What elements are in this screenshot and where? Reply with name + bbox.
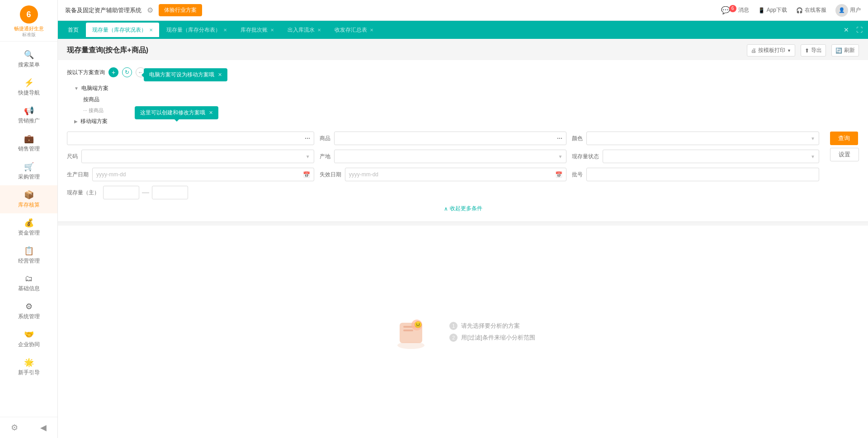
sidebar-item-marketing[interactable]: 📢 营销推广 — [0, 101, 57, 129]
sidebar-item-sales[interactable]: 💼 销售管理 — [0, 129, 57, 157]
filter-scheme-row: 按以下方案查询 + ↻ ← 电脑方案可设为移动方案哦 ✕ — [67, 67, 859, 77]
messages-btn[interactable]: 💬 6 消息 — [721, 6, 749, 14]
size-arrow-icon: ▼ — [306, 154, 310, 159]
refresh-btn[interactable]: 🔄 刷新 — [831, 44, 859, 57]
add-scheme-btn[interactable]: + — [108, 67, 118, 77]
collapse-conditions-btn[interactable]: ∧ 收起更多条件 — [67, 201, 859, 214]
chevron-down-icon: ▼ — [787, 48, 791, 53]
sidebar-item-label-quick-nav: 快捷导航 — [18, 89, 40, 97]
svg-text:😐: 😐 — [414, 321, 422, 329]
pc-scheme-group[interactable]: ▼ 电脑端方案 — [71, 83, 859, 94]
batch-label: 批号 — [572, 171, 583, 179]
finance-icon: 💰 — [24, 218, 34, 228]
export-icon: ⬆ — [805, 47, 809, 54]
prod-date-placeholder: yyyy-mm-dd — [96, 171, 126, 178]
tab-home[interactable]: 首页 — [61, 23, 85, 37]
chevron-up-icon: ∧ — [444, 206, 448, 212]
sidebar-collapse-icon[interactable]: ◀ — [40, 423, 47, 433]
sidebar-item-quick-nav[interactable]: ⚡ 快捷导航 — [0, 73, 57, 101]
inventory-main-from[interactable] — [103, 186, 139, 199]
filter-row-4: 现存量（主） — — [67, 186, 819, 199]
goods-select[interactable]: ⋯ — [334, 132, 567, 145]
sidebar-item-purchase[interactable]: 🛒 采购管理 — [0, 157, 57, 185]
origin-select[interactable]: ▼ — [334, 150, 567, 163]
guide-icon: 🌟 — [24, 358, 34, 367]
inventory-main-label: 现存量（主） — [67, 189, 99, 197]
warehouse-select[interactable]: ⋯ — [67, 132, 314, 145]
tooltip1-close[interactable]: ✕ — [218, 72, 222, 78]
size-select[interactable]: ▼ — [81, 150, 314, 163]
pc-scheme-label: 电脑端方案 — [81, 85, 108, 92]
scheme-tree-container: ▼ 电脑端方案 按商品 ··· 接商品 ▶ 移动端方案 — [67, 83, 859, 127]
sidebar-item-enterprise[interactable]: 🤝 企业协同 — [0, 325, 57, 353]
inventory-status-select[interactable]: ▼ — [603, 150, 819, 163]
sidebar-item-system[interactable]: ⚙ 系统管理 — [0, 297, 57, 325]
sidebar-item-label-sales: 销售管理 — [18, 145, 40, 153]
refresh-scheme-btn[interactable]: ↻ — [122, 67, 132, 77]
sidebar-item-finance[interactable]: 💰 资金管理 — [0, 213, 57, 241]
scheme-tree: ▼ 电脑端方案 按商品 ··· 接商品 ▶ 移动端方案 — [71, 83, 859, 127]
filter-goods: 商品 ⋯ — [320, 132, 567, 145]
tab-batch-ledger[interactable]: 库存批次账 ✕ — [234, 23, 280, 37]
size-label: 尺码 — [67, 153, 78, 160]
prod-date-label: 生产日期 — [67, 171, 89, 179]
app-download-btn[interactable]: 📱 App下载 — [758, 6, 787, 14]
tab-batch-ledger-close[interactable]: ✕ — [270, 28, 274, 33]
search-button[interactable]: 查询 — [830, 132, 858, 145]
search-icon: 🔍 — [24, 50, 34, 60]
fullscreen-icon[interactable]: ⛶ — [854, 24, 864, 35]
online-support-btn[interactable]: 🎧 在线客服 — [796, 6, 826, 14]
tab-inventory-status[interactable]: 现存量（库存状况表） ✕ — [86, 23, 159, 37]
sidebar-item-operations[interactable]: 📋 经营管理 — [0, 241, 57, 269]
pc-scheme-goods-label: 按商品 — [83, 96, 99, 104]
inventory-main-to[interactable] — [152, 186, 188, 199]
range-separator: — — [142, 188, 149, 197]
sidebar-item-label-guide: 新手引导 — [18, 369, 40, 377]
sidebar-item-search[interactable]: 🔍 搜索菜单 — [0, 45, 57, 73]
origin-arrow-icon: ▼ — [558, 154, 562, 159]
base-icon: 🗂 — [25, 274, 33, 283]
filter-prod-date: 生产日期 yyyy-mm-dd 📅 — [67, 168, 314, 181]
empty-illustration: 😐 — [391, 311, 431, 352]
expire-date-input[interactable]: yyyy-mm-dd 📅 — [345, 168, 567, 181]
experience-button[interactable]: 体验行业方案 — [159, 4, 202, 16]
sidebar-settings-icon[interactable]: ⚙ — [11, 423, 18, 433]
svg-rect-3 — [403, 330, 413, 331]
sidebar-item-base[interactable]: 🗂 基础信息 — [0, 269, 57, 297]
tooltip2-text: 这里可以创建和修改方案哦 — [140, 109, 205, 117]
reset-button[interactable]: 设置 — [830, 148, 859, 161]
user-btn[interactable]: 👤 用户 — [835, 4, 861, 17]
export-btn[interactable]: ⬆ 导出 — [801, 44, 826, 57]
tab-in-out-flow-close[interactable]: ✕ — [317, 28, 321, 33]
purchase-icon: 🛒 — [24, 162, 34, 172]
tab-inventory-dist-close[interactable]: ✕ — [223, 28, 227, 33]
system-name: 装备及固定资产辅助管理系统 — [65, 6, 142, 14]
tab-receipt-summary[interactable]: 收发存汇总表 ✕ — [328, 23, 380, 37]
tab-receipt-summary-close[interactable]: ✕ — [370, 28, 373, 33]
color-select[interactable]: ▼ — [586, 132, 819, 145]
page: 现存量查询(按仓库+商品) 🖨 按模板打印 ▼ ⬆ 导出 🔄 刷新 — [58, 39, 868, 438]
filter-row-1: ⋯ 商品 ⋯ 颜色 — [67, 132, 819, 145]
step2-text: 用[过滤]条件来缩小分析范围 — [461, 334, 535, 342]
tab-in-out-flow[interactable]: 出入库流水 ✕ — [281, 23, 327, 37]
filter-area: 按以下方案查询 + ↻ ← 电脑方案可设为移动方案哦 ✕ ▼ 电脑端方案 — [58, 60, 868, 222]
close-all-tabs-icon[interactable]: ✕ — [842, 24, 851, 35]
topbar-settings-icon[interactable]: ⚙ — [147, 6, 153, 14]
prod-date-input[interactable]: yyyy-mm-dd 📅 — [92, 168, 314, 181]
sidebar-item-label-operations: 经营管理 — [18, 257, 40, 265]
tab-inventory-dist[interactable]: 现存量（库存分布表） ✕ — [160, 23, 233, 37]
sidebar-item-inventory[interactable]: 📦 库存核算 — [0, 185, 57, 213]
page-header: 现存量查询(按仓库+商品) 🖨 按模板打印 ▼ ⬆ 导出 🔄 刷新 — [58, 39, 868, 60]
pc-scheme-item-goods[interactable]: 按商品 — [71, 94, 859, 105]
tooltip2-close[interactable]: ✕ — [209, 110, 213, 116]
goods-label: 商品 — [320, 135, 330, 142]
tab-inventory-status-close[interactable]: ✕ — [149, 28, 153, 33]
sidebar-item-label-inventory: 库存核算 — [18, 201, 40, 209]
sidebar-item-label-search: 搜索菜单 — [18, 61, 40, 69]
origin-label: 产地 — [320, 153, 330, 160]
template-print-btn[interactable]: 🖨 按模板打印 ▼ — [747, 44, 795, 57]
sidebar-item-guide[interactable]: 🌟 新手引导 — [0, 353, 57, 381]
batch-input[interactable] — [586, 168, 819, 181]
filter-fields: ⋯ 商品 ⋯ 颜色 — [67, 132, 819, 201]
arrow-down-icon: ▼ — [74, 86, 79, 91]
